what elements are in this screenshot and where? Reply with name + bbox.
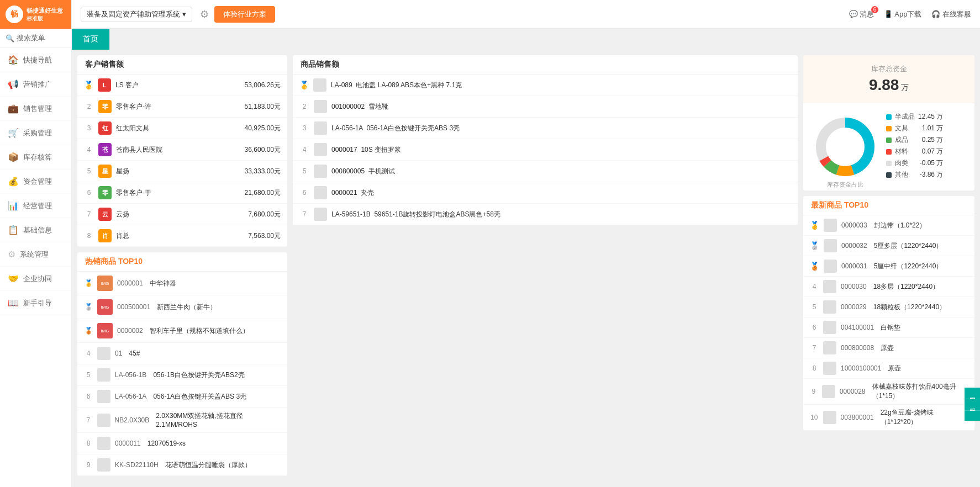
new-prod-2: 🥈 0000032 5厘多层（1220*2440） (803, 236, 974, 256)
online-service-button[interactable]: 🎧 在线客服 (931, 9, 971, 19)
hot-rank-4: 4 (84, 350, 93, 357)
avatar-5: 星 (98, 165, 112, 178)
sidebar-item-jichu[interactable]: 📋 基础信息 (0, 218, 71, 242)
legend-val-6: -3.86 万 (920, 170, 944, 179)
inventory-panel: 库存总资金 9.88 万 (803, 55, 974, 190)
new-rank-5: 5 (810, 303, 819, 311)
settings-gear-icon[interactable]: ⚙ (200, 8, 209, 20)
inventory-amount-row: 9.88 万 (812, 76, 966, 94)
hot-product-img-1: IMG (97, 276, 113, 291)
guide-icon: 📖 (8, 298, 19, 308)
customer-name-8: 肖总 (116, 231, 244, 241)
search-menu[interactable]: 🔍 搜索菜单 (0, 29, 71, 48)
system-selector[interactable]: 装备及固定资产辅助管理系统 ▾ (81, 7, 192, 22)
app-download-button[interactable]: 📱 App下载 (884, 9, 921, 19)
sidebar-item-kucun[interactable]: 📦 库存核算 (0, 145, 71, 170)
new-medal-3: 🥉 (810, 262, 819, 271)
float-btn-service-community[interactable]: 服务社区 (965, 399, 980, 411)
sidebar-item-qiye[interactable]: 🤝 企业协同 (0, 267, 71, 291)
legend-name-6: 其他 (895, 170, 916, 179)
hot-code-7: NB2.0X30B (115, 416, 150, 424)
logo-icon: 畅 (6, 6, 23, 23)
sidebar-item-xitong[interactable]: ⚙ 系统管理 (0, 242, 71, 267)
prod-img-6 (314, 186, 327, 199)
prod-rank-5: 5 000800005 手机测试 (293, 161, 798, 182)
hot-product-img-7 (97, 414, 110, 427)
legend-name-4: 材料 (895, 147, 919, 156)
hot-product-img-2: IMG (97, 299, 113, 315)
hot-product-7: 7 NB2.0X30B 2.0X30MM双搓花轴,搓花直径2.1MM/ROHS (77, 407, 287, 433)
logo-text: 畅捷通好生意 标准版 (27, 7, 63, 22)
chevron-down-icon: ▾ (182, 10, 186, 18)
prod-name-4: 0000017 10S 变扭罗浆 (331, 145, 791, 155)
product-ranking-list: 🥇 LA-089 电池盖 LA-089 ABS本色+黑种 7.1克 2 0010… (293, 75, 798, 225)
customer-name-3: 红太阳文具 (116, 124, 240, 133)
message-icon: 💬 (849, 10, 858, 18)
hot-name-5: 056-1B白色按键开关壳ABS2壳 (153, 370, 244, 380)
legend-dot-1 (886, 114, 892, 120)
hot-product-2: 🥈 IMG 000500001 新西兰牛肉（新牛） (77, 295, 287, 319)
legend-name-5: 肉类 (895, 158, 916, 168)
new-prod-img-3 (824, 260, 837, 273)
hot-products-panel: 热销商品 TOP10 🥇 IMG 0000001 中华神器 🥈 IMG 0005… (77, 252, 287, 476)
new-prod-name-5: 18颗粒板（1220*2440） (873, 303, 946, 312)
avatar-3: 红 (98, 121, 112, 135)
hot-product-8: 8 0000011 12070519-xs (77, 433, 287, 454)
ranking-item-6: 6 零 零售客户-于 21,680.00元 (77, 182, 287, 204)
new-prod-name-1: 封边带（1.0*22） (874, 221, 926, 230)
hot-code-4: 01 (115, 350, 122, 357)
donut-chart: 库存资金占比 (812, 114, 878, 180)
search-icon: 🔍 (6, 34, 14, 43)
prod-num-6: 6 (299, 189, 309, 197)
hot-code-9: KK-SD22110H (115, 461, 159, 469)
left-column: 客户销售额 🥇 L LS 客户 53,006.26元 2 零 零售客户-许 51… (77, 55, 287, 481)
cart-icon: 🛒 (8, 128, 19, 138)
prod-rank-2: 2 001000002 雪地靴 (293, 96, 798, 118)
avatar-8: 肖 (98, 229, 112, 242)
trial-button[interactable]: 体验行业方案 (214, 6, 275, 23)
tab-home[interactable]: 首页 (72, 29, 110, 50)
new-rank-7: 7 (810, 344, 819, 352)
sidebar-item-caigou[interactable]: 🛒 采购管理 (0, 121, 71, 145)
hot-product-4: 4 01 45# (77, 343, 287, 364)
hot-product-img-6 (97, 390, 110, 403)
inventory-unit: 万 (901, 83, 909, 92)
prod-name-2: 001000002 雪地靴 (331, 102, 791, 112)
legend-val-5: -0.05 万 (920, 158, 944, 168)
legend-item-2: 文具 1.01 万 (886, 124, 943, 133)
float-btn-customer-service[interactable]: 客服热线 (965, 388, 980, 399)
sidebar-item-kuaijie[interactable]: 🏠 快捷导航 (0, 48, 71, 72)
customer-amount-8: 7,563.00元 (248, 231, 281, 241)
hot-name-1: 中华神器 (150, 279, 176, 288)
message-button[interactable]: 💬 消息 6 (849, 9, 874, 19)
new-prod-6: 6 004100001 白钢垫 (803, 317, 974, 338)
new-prod-code-4: 0000030 (841, 283, 867, 290)
ranking-item-5: 5 星 星扬 33,333.00元 (77, 161, 287, 182)
inventory-total-section: 库存总资金 9.88 万 (803, 55, 974, 103)
float-btn-live[interactable]: 直播 (965, 411, 980, 421)
prod-rank-7: 7 LA-59651-1B 59651-1B旋转投影灯电池盒ABS黑色+58壳 (293, 204, 798, 225)
sidebar-item-xinshou[interactable]: 📖 新手引导 (0, 291, 71, 315)
donut-subtitle: 库存资金占比 (812, 181, 878, 189)
new-prod-code-9: 0000028 (840, 388, 866, 395)
new-prod-img-7 (823, 341, 836, 354)
info-icon: 📋 (8, 225, 19, 235)
new-prod-code-10: 003800001 (841, 414, 874, 421)
legend-dot-2 (886, 126, 892, 131)
sidebar-item-yingxiao[interactable]: 📢 营销推广 (0, 72, 71, 97)
new-prod-img-4 (823, 280, 836, 293)
sidebar-item-xiaoshou[interactable]: 💼 销售管理 (0, 97, 71, 121)
sidebar-item-jingying[interactable]: 📊 经营管理 (0, 194, 71, 218)
sidebar-item-zijin[interactable]: 💰 资金管理 (0, 170, 71, 194)
inventory-chart-area: 库存资金占比 半成品 12.45 万 文具 1.01 万 (803, 103, 974, 190)
new-prod-name-6: 白钢垫 (881, 323, 900, 332)
hot-product-img-5 (97, 368, 110, 382)
ranking-item-4: 4 苍 苍南县人民医院 36,600.00元 (77, 139, 287, 161)
legend-val-2: 1.01 万 (922, 124, 944, 133)
hot-product-3: 🥉 IMG 0000002 智利车子里（规格不知道填什么） (77, 319, 287, 343)
prod-medal-2: 2 (299, 103, 309, 110)
prod-img-5 (314, 165, 327, 178)
new-prod-7: 7 000800008 原壶 (803, 338, 974, 358)
prod-name-1: LA-089 电池盖 LA-089 ABS本色+黑种 7.1克 (331, 81, 791, 90)
product-sales-panel: 商品销售额 🥇 LA-089 电池盖 LA-089 ABS本色+黑种 7.1克 … (293, 55, 798, 225)
